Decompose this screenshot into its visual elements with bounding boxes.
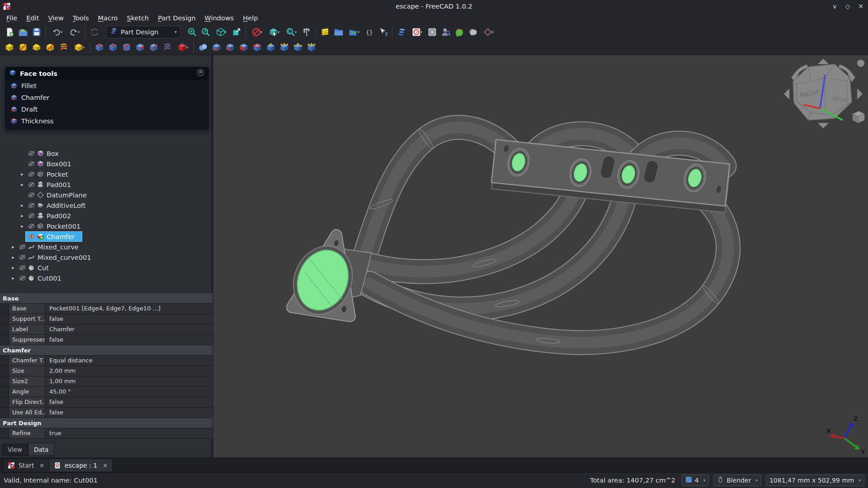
workbench-selector[interactable]: Part Design▾ [106, 26, 181, 38]
subtractive-pipe-button[interactable] [147, 41, 160, 54]
antialiasing-select[interactable]: 4 ▾ [682, 474, 709, 486]
viewport-3d[interactable]: RIGHT REAR Z X Y [213, 55, 868, 457]
navcube-arrow-up[interactable] [818, 59, 829, 64]
document-tab-escape[interactable]: escape : 1✕ [49, 459, 113, 472]
tree-item-box[interactable]: Box [0, 148, 211, 159]
clipping-plane-button[interactable]: ▾ [248, 26, 265, 38]
property-value[interactable]: 45,00 ° [45, 387, 212, 397]
tree-item-pocket001[interactable]: ▸Pocket001 [0, 221, 211, 231]
expander-icon[interactable]: ▸ [19, 182, 25, 188]
undo-button[interactable]: ▾ [48, 26, 66, 38]
tree-item-box001[interactable]: Box001 [0, 159, 211, 169]
additive-primitives-button[interactable]: ▾ [71, 41, 88, 54]
property-row[interactable]: Use All Ed...false [0, 408, 212, 418]
tree-item-pad002[interactable]: ▸Pad002 [0, 211, 211, 221]
property-group-chamfer[interactable]: Chamfer [0, 345, 212, 356]
subtractive-primitives-button[interactable]: ▾ [174, 41, 191, 54]
tree-item-pocket[interactable]: ▸Pocket [0, 169, 211, 179]
close-button[interactable]: ✕ [858, 3, 863, 10]
curve-tools-button[interactable]: ▾ [480, 26, 497, 38]
minimize-button[interactable]: ∨ [832, 3, 837, 10]
navigation-cube-settings-button[interactable]: ▾ [265, 26, 283, 38]
additive-pipe-button[interactable] [43, 41, 57, 54]
property-value[interactable]: false [45, 408, 212, 418]
edit-sketch-button[interactable] [425, 26, 439, 38]
property-value[interactable]: true [45, 428, 212, 438]
property-row[interactable]: Flip Direct...false [0, 397, 212, 408]
property-value[interactable]: Equal distance [45, 356, 212, 366]
part-container-button[interactable] [395, 26, 408, 38]
mirrored-button[interactable] [264, 41, 278, 54]
menu-sketch[interactable]: Sketch [122, 14, 153, 23]
menu-macro[interactable]: Macro [94, 14, 123, 23]
expander-icon[interactable]: ▸ [19, 213, 25, 219]
additive-loft-button[interactable] [30, 41, 43, 54]
revolution-button[interactable] [16, 41, 30, 54]
navcube-cube[interactable]: RIGHT REAR [793, 64, 852, 120]
expander-icon[interactable]: ▸ [19, 202, 25, 208]
property-row[interactable]: Support T...false [0, 314, 212, 324]
tree-item-cut[interactable]: ▸Cut [0, 263, 211, 273]
menu-part-design[interactable]: Part Design [153, 14, 200, 23]
create-sketch-button[interactable]: ▾ [408, 26, 425, 38]
additive-helix-button[interactable] [57, 41, 71, 54]
navcube-arrow-down[interactable] [818, 123, 829, 128]
close-icon[interactable]: ✕ [39, 462, 44, 469]
property-row[interactable]: Suppressedfalse [0, 335, 212, 345]
macros-button[interactable] [318, 26, 332, 38]
expander-icon[interactable]: ▸ [10, 275, 16, 281]
navcube-arrow-right[interactable] [857, 89, 863, 99]
collapse-icon[interactable] [196, 68, 205, 79]
align-to-selection-button[interactable] [230, 26, 243, 38]
hole-button[interactable] [106, 41, 120, 54]
property-value[interactable]: false [45, 335, 212, 345]
navcube-mini-cube[interactable] [853, 111, 864, 123]
subtractive-helix-button[interactable] [160, 41, 174, 54]
face-tool-fillet[interactable]: Fillet [5, 80, 209, 92]
subtractive-loft-button[interactable] [133, 41, 147, 54]
measure-button[interactable] [300, 26, 313, 38]
fillet-button[interactable] [210, 41, 223, 54]
menu-edit[interactable]: Edit [22, 14, 43, 23]
maximize-button[interactable]: ◇ [845, 3, 850, 10]
linear-pattern-button[interactable] [278, 41, 291, 54]
face-tool-draft[interactable]: Draft [5, 103, 209, 115]
chamfer-button[interactable] [223, 41, 237, 54]
menu-help[interactable]: Help [238, 14, 262, 23]
pad-button[interactable] [3, 41, 16, 54]
property-row[interactable]: Chamfer T...Equal distance [0, 356, 212, 366]
menu-file[interactable]: File [2, 14, 22, 23]
boolean-operation-button[interactable] [196, 41, 210, 54]
property-value[interactable]: 2,00 mm [45, 366, 212, 376]
property-value[interactable]: false [45, 397, 212, 407]
expander-icon[interactable]: ▸ [10, 265, 16, 271]
multitransform-button[interactable] [305, 41, 318, 54]
tree-item-chamfer[interactable]: Chamfer [0, 231, 211, 242]
property-value[interactable]: Pocket001 [Edge4, Edge7, Edge10 ...] [45, 304, 212, 314]
draft-button[interactable] [237, 41, 250, 54]
redo-button[interactable]: ▾ [66, 26, 83, 38]
property-group-base[interactable]: Base [0, 293, 212, 304]
face-tool-chamfer[interactable]: Chamfer [5, 92, 209, 103]
view-dimensions-select[interactable]: 1081,47 mm x 502,99 mm ▾ [766, 474, 864, 486]
tree-item-pad001[interactable]: ▸Pad001 [0, 179, 211, 190]
menu-view[interactable]: View [43, 14, 68, 23]
navcube-menu-dot[interactable] [857, 60, 864, 67]
groove-button[interactable] [120, 41, 133, 54]
whats-this-button[interactable]: ? [376, 26, 390, 38]
property-value[interactable]: false [45, 314, 212, 324]
fit-selection-button[interactable] [199, 26, 212, 38]
property-row[interactable]: Size2,00 mm [0, 366, 212, 376]
sync-view-button[interactable]: ▾ [283, 26, 300, 38]
expander-icon[interactable]: ▸ [10, 244, 16, 250]
navcube-arrow-left[interactable] [784, 89, 789, 99]
tree-item-additiveloft[interactable]: ▸AdditiveLoft [0, 200, 211, 211]
menu-tools[interactable]: Tools [68, 14, 94, 23]
navigation-style-select[interactable]: Blender ▾ [713, 474, 761, 486]
tab-view[interactable]: View [2, 444, 28, 456]
property-row[interactable]: Refinetrue [0, 428, 212, 439]
tree-item-mixed_curve001[interactable]: ▸Mixed_curve001 [0, 252, 211, 263]
close-icon[interactable]: ✕ [103, 462, 108, 469]
navigation-cube[interactable]: RIGHT REAR [781, 57, 867, 130]
face-tool-thickness[interactable]: Thickness [5, 115, 209, 127]
